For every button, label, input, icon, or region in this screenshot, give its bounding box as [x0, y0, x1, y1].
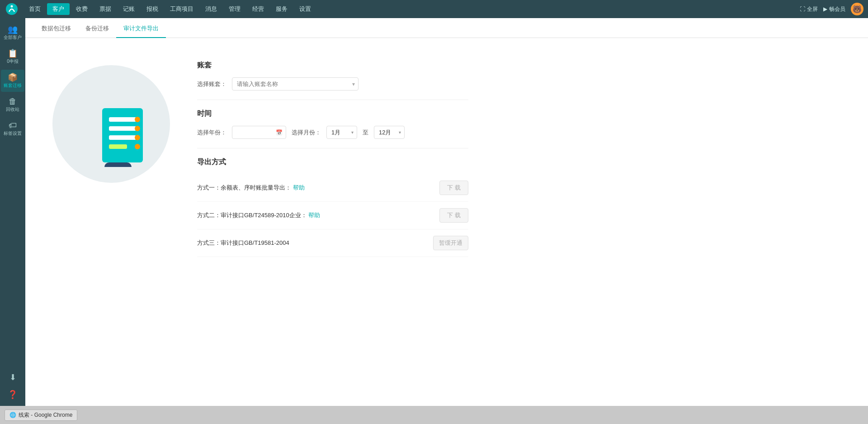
nav-home[interactable]: 首页 [24, 3, 46, 15]
sidebar-item-account-migration[interactable]: 📦 账套迁移 [1, 70, 24, 92]
sidebar-item-tag-settings[interactable]: 🏷 标签设置 [1, 118, 24, 140]
main-layout: 👥 全部客户 📋 0申报 📦 账套迁移 🗑 回收站 🏷 标签设置 ⬇ ❓ [0, 18, 868, 406]
year-input-wrapper: 2023 📅 [232, 126, 286, 139]
sidebar-item-help[interactable]: ❓ [1, 387, 24, 402]
account-search-input[interactable] [232, 77, 359, 91]
sidebar-label-zero-declare: 0申报 [7, 59, 19, 64]
tab-data-migration[interactable]: 数据包迁移 [34, 20, 78, 38]
fullscreen-icon: ⛶ [800, 6, 805, 12]
start-month-wrapper: 1月2月3月4月 5月6月7月8月 9月10月11月12月 ▾ [326, 126, 357, 139]
member-label: 畅会员 [829, 5, 845, 13]
sidebar-item-zero-declare[interactable]: 📋 0申报 [1, 46, 24, 68]
svg-point-1 [11, 5, 13, 8]
svg-rect-12 [104, 162, 132, 167]
nav-business[interactable]: 工商项目 [165, 3, 199, 15]
nav-settings[interactable]: 设置 [294, 3, 316, 15]
end-month-select[interactable]: 1月2月3月4月 5月6月7月8月 9月10月11月 12月 [374, 126, 405, 139]
svg-rect-3 [109, 117, 136, 122]
sidebar-label-tag-settings: 标签设置 [4, 131, 22, 136]
tab-bar: 数据包迁移 备份迁移 审计文件导出 [25, 18, 868, 38]
sidebar-label-account-migration: 账套迁移 [4, 83, 22, 88]
account-select-row: 选择账套： ▾ [197, 77, 468, 91]
export-method-2-label: 方式二：审计接口GB/T24589-2010企业： 帮助 [197, 211, 439, 219]
page-content: 账套 选择账套： ▾ 时间 选择年份： [25, 38, 868, 406]
svg-point-10 [135, 144, 140, 149]
account-section: 账套 选择账套： ▾ [197, 61, 468, 91]
svg-point-9 [135, 135, 140, 140]
all-customers-icon: 👥 [8, 25, 18, 33]
top-nav: 首页 客户 收费 票据 记账 报税 工商项目 消息 管理 经营 服务 设置 ⛶ … [0, 0, 868, 18]
illustration [52, 65, 170, 183]
nav-messages[interactable]: 消息 [200, 3, 222, 15]
export-method-1-help-link[interactable]: 帮助 [293, 184, 305, 191]
export-section-title: 导出方式 [197, 157, 468, 167]
account-input-wrapper: ▾ [232, 77, 359, 91]
account-section-title: 账套 [197, 61, 468, 70]
taskbar: 🌐 线索 - Google Chrome [0, 406, 868, 424]
year-input[interactable]: 2023 [232, 126, 286, 139]
account-migration-icon: 📦 [8, 73, 18, 81]
help-icon: ❓ [8, 391, 18, 399]
svg-rect-6 [109, 144, 127, 149]
nav-accounting[interactable]: 记账 [118, 3, 140, 15]
export-method-1-row: 方式一：余额表、序时账批量导出： 帮助 下 载 [197, 174, 468, 202]
year-label: 选择年份： [197, 129, 226, 137]
month-label: 选择月份： [292, 129, 321, 137]
sidebar: 👥 全部客户 📋 0申报 📦 账套迁移 🗑 回收站 🏷 标签设置 ⬇ ❓ [0, 18, 25, 406]
tab-backup-migration[interactable]: 备份迁移 [78, 20, 116, 38]
time-section: 时间 选择年份： 2023 📅 选择月份： 1月2月3月4月 5月6月7月8月 [197, 109, 468, 139]
sidebar-item-download[interactable]: ⬇ [1, 370, 24, 385]
member-button[interactable]: ▶ 畅会员 [823, 5, 845, 13]
nav-tax[interactable]: 报税 [141, 3, 164, 15]
to-text: 至 [363, 129, 368, 137]
sidebar-item-all-customers[interactable]: 👥 全部客户 [1, 22, 24, 44]
zero-declare-icon: 📋 [8, 49, 18, 57]
nav-billing[interactable]: 收费 [71, 3, 93, 15]
nav-customers[interactable]: 客户 [47, 3, 70, 15]
nav-right: ⛶ 全屏 ▶ 畅会员 🐻 [800, 3, 863, 15]
tag-settings-icon: 🏷 [9, 121, 17, 129]
export-method-2-help-link[interactable]: 帮助 [308, 212, 320, 219]
svg-rect-4 [109, 126, 136, 131]
nav-manage[interactable]: 管理 [223, 3, 246, 15]
divider-2 [197, 148, 468, 148]
form-area: 账套 选择账套： ▾ 时间 选择年份： [197, 56, 468, 266]
sidebar-label-recycle: 回收站 [6, 107, 19, 112]
svg-rect-5 [109, 135, 136, 140]
time-section-title: 时间 [197, 109, 468, 119]
export-method-1-download-button[interactable]: 下 载 [439, 181, 468, 195]
taskbar-chrome-label: 线索 - Google Chrome [19, 411, 72, 419]
chrome-icon: 🌐 [9, 412, 16, 418]
svg-point-7 [135, 117, 140, 122]
nav-service[interactable]: 服务 [270, 3, 293, 15]
nav-operations[interactable]: 经营 [247, 3, 269, 15]
export-method-3-row: 方式三：审计接口GB/T19581-2004 暂缓开通 [197, 229, 468, 257]
export-method-1-label: 方式一：余额表、序时账批量导出： 帮助 [197, 184, 439, 192]
content-area: 数据包迁移 备份迁移 审计文件导出 [25, 18, 868, 406]
export-method-2-download-button[interactable]: 下 载 [439, 208, 468, 223]
svg-point-8 [135, 126, 140, 131]
export-method-3-coming-soon-button: 暂缓开通 [433, 236, 468, 250]
recycle-icon: 🗑 [9, 97, 17, 105]
nav-items: 首页 客户 收费 票据 记账 报税 工商项目 消息 管理 经营 服务 设置 [24, 3, 800, 15]
download-icon: ⬇ [9, 373, 16, 381]
member-icon: ▶ [823, 6, 827, 12]
avatar[interactable]: 🐻 [851, 3, 863, 15]
export-method-2-row: 方式二：审计接口GB/T24589-2010企业： 帮助 下 载 [197, 202, 468, 229]
sidebar-item-recycle[interactable]: 🗑 回收站 [1, 94, 24, 116]
nav-invoice[interactable]: 票据 [94, 3, 117, 15]
end-month-wrapper: 1月2月3月4月 5月6月7月8月 9月10月11月 12月 ▾ [374, 126, 405, 139]
divider-1 [197, 100, 468, 100]
account-select-label: 选择账套： [197, 80, 226, 88]
taskbar-chrome-item[interactable]: 🌐 线索 - Google Chrome [5, 410, 77, 421]
sidebar-label-all-customers: 全部客户 [4, 35, 22, 40]
app-logo [5, 2, 19, 16]
export-method-3-label: 方式三：审计接口GB/T19581-2004 [197, 239, 433, 247]
sidebar-bottom: ⬇ ❓ [1, 370, 24, 402]
start-month-select[interactable]: 1月2月3月4月 5月6月7月8月 9月10月11月12月 [326, 126, 357, 139]
fullscreen-label: 全屏 [807, 5, 818, 13]
fullscreen-button[interactable]: ⛶ 全屏 [800, 5, 818, 13]
time-row: 选择年份： 2023 📅 选择月份： 1月2月3月4月 5月6月7月8月 9月1… [197, 126, 468, 139]
export-section: 导出方式 方式一：余额表、序时账批量导出： 帮助 下 载 方式二：审计接口GB/… [197, 157, 468, 257]
tab-audit-export[interactable]: 审计文件导出 [116, 20, 166, 38]
